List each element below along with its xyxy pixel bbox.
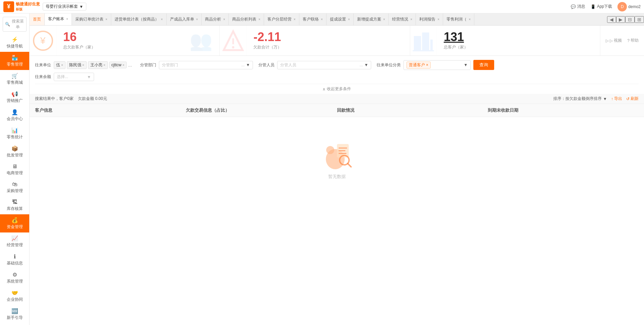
sidebar-item-finance[interactable]: 💰 资金管理: [0, 214, 29, 232]
tab-purchase-order[interactable]: 采购订单统计表 ×: [72, 13, 111, 26]
operation-label: 经营管理: [7, 243, 23, 247]
manager-filter-label: 分管人员: [258, 62, 274, 68]
tab-profit-report-close[interactable]: ×: [437, 17, 439, 21]
col-payback-header: 回款情况: [337, 107, 488, 113]
tab-customer-tier-close[interactable]: ×: [294, 17, 296, 21]
tab-ar[interactable]: 客户账本 ×: [45, 13, 72, 26]
tab-ar-close[interactable]: ×: [66, 17, 68, 21]
sidebar-item-inventory[interactable]: 🏗 库存核算: [0, 196, 29, 214]
tab-product-analysis-list[interactable]: 商品分析列表 ×: [229, 13, 264, 26]
tab-minimize-button[interactable]: ⊟: [625, 16, 635, 23]
refresh-label: 刷新: [631, 96, 639, 102]
sidebar-item-guide[interactable]: 🆕 新手引导: [0, 305, 29, 323]
tab-product-analysis-close[interactable]: ×: [223, 17, 225, 21]
search-menu-button[interactable]: 🔍 搜索菜单: [3, 17, 27, 32]
dept-chevron-icon: ▼: [246, 63, 250, 67]
tab-home-label: 首页: [33, 16, 41, 22]
sidebar-item-purchase[interactable]: 🛍 采购管理: [0, 179, 29, 196]
sidebar-item-retail-stats[interactable]: 📊 零售统计: [0, 124, 29, 143]
enterprise-label: 企业协同: [7, 297, 23, 302]
tab-prev-button[interactable]: ◀: [607, 16, 616, 23]
message-button[interactable]: 💬 消息: [571, 4, 585, 9]
tab-product-analysis[interactable]: 商品分析 ×: [202, 13, 229, 26]
unit-filter-label: 往来单位: [35, 62, 51, 68]
tab-product-inbound[interactable]: 产成品入库单 ×: [167, 13, 202, 26]
unit-tag-wang-close[interactable]: ×: [103, 63, 105, 67]
unit-tag-wu-text: 伍: [56, 62, 60, 68]
unit-tag-chen: 陈民强 ×: [67, 61, 87, 69]
sidebar-item-ecommerce[interactable]: 🖥 电商管理: [0, 161, 29, 179]
sidebar-item-retail[interactable]: 🏪 零售管理: [0, 52, 29, 70]
tab-next-button[interactable]: ▶: [616, 16, 625, 23]
sort-select[interactable]: 排序：按欠款金额倒序排序 ▼: [553, 96, 607, 102]
dept-placeholder: 分管部门: [162, 62, 178, 68]
sort-chevron-icon: ▼: [603, 97, 607, 101]
retail-icon: 🏪: [1, 55, 28, 61]
unit-tag-cjttcw-text: cjttcw: [112, 63, 122, 67]
unit-type-filter-label: 往来单位分类: [377, 62, 401, 68]
tab-home[interactable]: 首页: [30, 13, 45, 26]
results-bar: 搜索结果中，客户0家 欠款金额 0.00元 排序：按欠款金额倒序排序 ▼ ↑ 导…: [30, 94, 644, 104]
sidebar-item-enterprise[interactable]: 🤝 企业协同: [0, 287, 29, 305]
tab-purchase-order-label: 采购订单统计表: [75, 16, 103, 22]
sidebar-item-wholesale[interactable]: 📦 批发管理: [0, 143, 29, 161]
sidebar-item-system[interactable]: ⚙ 系统管理: [0, 269, 29, 287]
tab-inbound-stats-close[interactable]: ×: [161, 17, 163, 21]
tab-purchase-order-close[interactable]: ×: [105, 17, 108, 21]
tab-retail-profit-close[interactable]: ×: [469, 17, 471, 21]
manager-filter-input[interactable]: 分管人员 ... ▼: [277, 61, 371, 69]
tab-product-inbound-close[interactable]: ×: [196, 17, 198, 21]
tab-arrows: ◀ ▶ ⊟ ⊞: [607, 16, 644, 23]
dept-filter-input[interactable]: 分管部门 ... ▼: [159, 61, 253, 69]
filter-row-2: 往来余额 选择... ▼: [35, 73, 639, 81]
tab-profit-report-label: 利润报告: [419, 16, 435, 22]
sidebar-item-quick-nav[interactable]: ⚡ 快捷导航: [0, 34, 29, 52]
unit-tag-wu: 伍 ×: [54, 61, 66, 69]
help-button[interactable]: ?帮助: [627, 38, 639, 43]
unit-tag-cjttcw-close[interactable]: ×: [123, 63, 125, 67]
sidebar-item-basic[interactable]: ℹ 基础信息: [0, 251, 29, 269]
tab-product-analysis-list-close[interactable]: ×: [258, 17, 260, 21]
sidebar-item-operation[interactable]: 📈 经营管理: [0, 232, 29, 251]
video-button[interactable]: ▷ ▷视频: [606, 38, 622, 43]
retail-mall-label: 零售商城: [7, 80, 23, 85]
tab-new-promote[interactable]: 新增提成方案 ×: [354, 13, 389, 26]
tab-retail-profit[interactable]: 零售利润（ ×: [443, 13, 474, 26]
tab-operation-status-close[interactable]: ×: [410, 17, 412, 21]
tab-new-promote-close[interactable]: ×: [383, 17, 385, 21]
query-button[interactable]: 查询: [473, 60, 494, 70]
tab-promote-settings-close[interactable]: ×: [348, 17, 350, 21]
unit-type-filter-select[interactable]: 普通客户 × ▼: [403, 60, 471, 70]
app-download-button[interactable]: 📱 App下载: [591, 4, 612, 9]
demo-selector-text: 母婴行业演示帐套: [46, 4, 78, 9]
tab-inbound-stats[interactable]: 进货单统计表（按商品） ×: [111, 13, 167, 26]
unit-tag-chen-close[interactable]: ×: [82, 63, 84, 67]
stat-icon-3: [410, 26, 437, 56]
tab-customer-contact-close[interactable]: ×: [321, 17, 323, 21]
collapse-label: 收起更多条件: [327, 86, 351, 92]
sidebar-item-app-center[interactable]: 🔲 应用中心: [0, 323, 29, 325]
tab-customer-contact[interactable]: 客户联络 ×: [299, 13, 327, 26]
tab-customer-tier[interactable]: 客户分层经营 ×: [264, 13, 299, 26]
demo-selector[interactable]: 母婴行业演示帐套 ▼: [43, 3, 86, 10]
sidebar-item-marketing[interactable]: 📢 营销推广: [0, 88, 29, 106]
unit-type-tag-close[interactable]: ×: [426, 63, 428, 67]
unit-filter-tags: 伍 × 陈民强 × 王小亮 ×: [54, 61, 132, 69]
data-table: 客户信息 欠款交易信息（占比） 回款情况 到期未收款日期: [30, 104, 644, 200]
dept-filter-label: 分管部门: [140, 62, 156, 68]
tab-fullscreen-button[interactable]: ⊞: [635, 16, 644, 23]
sidebar-item-retail-mall[interactable]: 🛒 零售商城: [0, 70, 29, 88]
tab-promote-settings[interactable]: 提成设置 ×: [327, 13, 354, 26]
tab-operation-status[interactable]: 经营情况 ×: [389, 13, 416, 26]
sidebar-item-member[interactable]: 👤 会员中心: [0, 106, 29, 124]
app-label: App下载: [597, 4, 612, 9]
export-button[interactable]: ↑ 导出: [611, 96, 622, 102]
filter-more-button[interactable]: ...: [128, 62, 132, 68]
inventory-icon: 🏗: [1, 199, 28, 205]
refresh-button[interactable]: ↺ 刷新: [626, 96, 639, 102]
balance-filter-select[interactable]: 选择... ▼: [54, 73, 94, 81]
tab-profit-report[interactable]: 利润报告 ×: [416, 13, 443, 26]
unit-tag-wu-close[interactable]: ×: [61, 63, 63, 67]
collapse-button[interactable]: ∧ 收起更多条件: [35, 84, 639, 94]
user-button[interactable]: D demo2: [617, 2, 641, 11]
